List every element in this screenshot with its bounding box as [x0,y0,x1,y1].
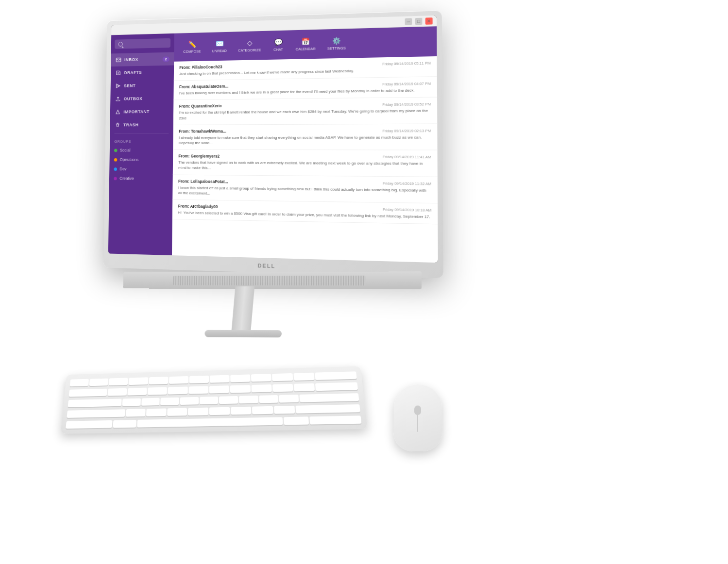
sidebar-item-creative[interactable]: Creative [109,174,173,184]
key[interactable] [107,388,127,396]
key[interactable] [188,386,208,394]
key[interactable] [209,385,229,393]
email-item-2[interactable]: From: QuarantineXeric Friday 09/14/2019 … [173,98,437,125]
key[interactable] [239,396,258,403]
calendar-label: CALENDAR [296,47,316,51]
key[interactable] [66,420,112,429]
screen-body: INBOX 2 DRAFTS [108,26,438,263]
mouse[interactable] [393,384,442,451]
key[interactable] [68,398,122,407]
stand-base [205,330,282,338]
key[interactable] [252,406,273,415]
toolbar-unread[interactable]: ✉️ UNREAD [207,36,232,56]
toolbar-categorize[interactable]: ◇ CATEGORIZE [234,36,266,56]
key[interactable] [284,417,309,425]
sidebar-item-important[interactable]: IMPORTANT [110,105,173,118]
close-button[interactable]: ✕ [425,17,433,25]
key[interactable] [299,393,359,402]
key[interactable] [219,396,238,404]
operations-label: Operations [120,157,139,162]
key[interactable] [279,395,299,403]
email-item-4[interactable]: From: Georgiemyers2 Friday 09/14/2019 11… [173,150,438,177]
key[interactable] [113,420,136,428]
sidebar-item-drafts[interactable]: DRAFTS [111,66,174,80]
key[interactable] [109,378,128,385]
monitor-brand: DELL [257,263,275,269]
sidebar-item-social[interactable]: Social [110,146,173,155]
key[interactable] [69,389,107,397]
sidebar-item-inbox[interactable]: INBOX 2 [111,52,174,67]
email-from-0: From: PillalooCouch23 [179,65,222,70]
key[interactable] [230,374,250,382]
email-item-6[interactable]: From: ARTbaglady00 Friday 09/14/2019 10:… [172,199,438,224]
sidebar-item-outbox[interactable]: OUTBOX [110,92,173,105]
key[interactable] [141,398,160,406]
minimize-button[interactable]: ─ [405,18,412,25]
maximize-button[interactable]: □ [415,17,423,25]
nav-divider [115,133,169,134]
groups-label: GROUPS [110,135,173,146]
key[interactable] [251,384,271,392]
key[interactable] [200,397,219,404]
key[interactable] [315,371,357,380]
key[interactable] [231,407,252,415]
email-from-4: From: Georgiemyers2 [178,154,220,159]
toolbar-compose[interactable]: ✏️ COMPOSE [179,37,206,57]
email-item-3[interactable]: From: TomahawkWoma... Friday 09/14/2019 … [173,124,437,150]
sidebar-item-trash[interactable]: TRASH [110,118,173,132]
chat-label: CHAT [273,48,283,52]
key[interactable] [67,409,125,418]
key[interactable] [272,384,293,392]
keyboard[interactable] [61,366,368,434]
sidebar-item-sent[interactable]: SENT [111,79,174,93]
key[interactable] [146,409,166,416]
key[interactable] [149,377,168,384]
key[interactable] [127,387,147,395]
key[interactable] [310,416,362,425]
key[interactable] [209,407,230,415]
sidebar-item-dev[interactable]: Dev [109,164,173,174]
key[interactable] [251,374,271,382]
toolbar-calendar[interactable]: 📅 CALENDAR [291,34,321,54]
key[interactable] [70,379,89,386]
key[interactable] [161,398,179,405]
key[interactable] [89,378,109,386]
key[interactable] [272,373,292,381]
key[interactable] [168,386,188,394]
email-from-3: From: TomahawkWoma... [179,129,226,133]
inbox-badge: 2 [163,56,169,62]
key[interactable] [210,375,230,382]
key[interactable] [167,408,187,416]
key[interactable] [315,382,358,391]
key[interactable] [188,408,208,415]
important-icon [115,109,121,116]
key[interactable] [169,376,188,384]
key[interactable] [274,406,295,414]
sidebar-item-operations[interactable]: Operations [109,155,173,165]
search-box[interactable] [115,38,170,49]
key[interactable] [230,385,251,393]
key[interactable] [294,383,315,392]
mouse-scroll-wheel[interactable] [414,405,421,415]
compose-icon: ✏️ [188,40,196,48]
toolbar-settings[interactable]: ⚙️ SETTINGS [322,33,351,54]
email-item-1[interactable]: From: AbsquatulateOsm... Friday 09/14/20… [173,77,437,100]
email-item-5[interactable]: From: LollapaloosaPotat... Friday 09/14/… [172,175,438,203]
key[interactable] [122,398,141,406]
stand-neck [231,286,254,335]
key[interactable] [259,395,278,403]
key[interactable] [293,372,314,380]
key[interactable] [148,387,167,395]
key[interactable] [126,409,146,416]
email-list: From: PillalooCouch23 Friday 09/14/2019 … [172,56,438,263]
key[interactable] [189,375,209,383]
search-input[interactable] [124,40,167,47]
key[interactable] [180,397,198,405]
key[interactable] [296,404,360,414]
unread-label: UNREAD [212,49,227,53]
key[interactable] [129,377,148,385]
keyboard-keys [66,370,362,430]
toolbar-chat[interactable]: 💬 CHAT [268,35,289,55]
spacebar-key[interactable] [137,417,283,428]
sent-icon [115,83,121,89]
